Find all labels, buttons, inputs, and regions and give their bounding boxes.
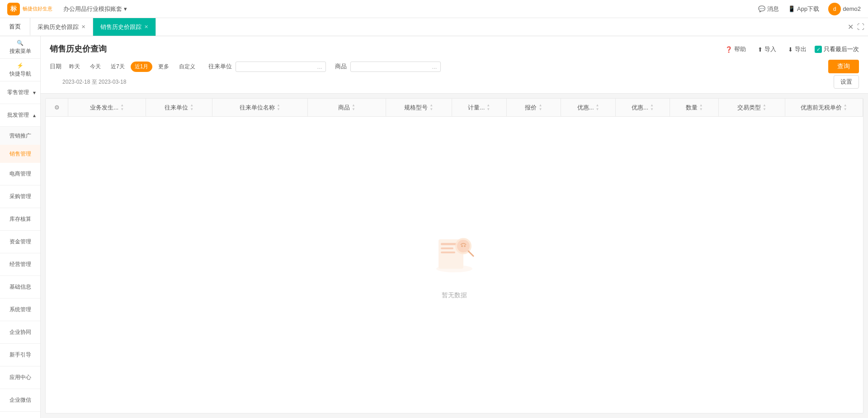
sidebar-item-marketing[interactable]: 营销推广 xyxy=(0,127,40,145)
date-btn-more[interactable]: 更多 xyxy=(154,62,173,72)
th-quantity[interactable]: 数量 ▲ ▼ xyxy=(670,99,719,116)
app-download-button[interactable]: 📱 App下载 xyxy=(788,5,819,13)
sidebar-label-basic-info: 基础信息 xyxy=(9,283,31,291)
svg-point-8 xyxy=(464,245,466,247)
company-selector[interactable]: 办公用品行业模拟账套 ▾ xyxy=(63,5,127,13)
sidebar-item-retail-mgmt[interactable]: 零售管理 ▾ xyxy=(0,81,40,104)
user-profile[interactable]: d demo2 xyxy=(828,3,861,15)
tab-purchase-history[interactable]: 采购历史价跟踪 ✕ xyxy=(30,18,93,36)
sidebar-item-wholesale-mgmt[interactable]: 批发管理 ▴ xyxy=(0,104,40,127)
query-button[interactable]: 查询 xyxy=(828,60,859,73)
export-button[interactable]: ⬇ 导出 xyxy=(784,43,810,55)
th-spec[interactable]: 规格型号 ▲ ▼ xyxy=(386,99,453,116)
th-biz-date[interactable]: 业务发生... ▲ ▼ xyxy=(68,99,146,116)
date-btn-today[interactable]: 今天 xyxy=(86,62,105,72)
import-button[interactable]: ⬆ 导入 xyxy=(754,43,780,55)
sort-up-icon-8: ▲ xyxy=(596,104,599,107)
sales-history-tab-label: 销售历史价跟踪 xyxy=(100,23,142,31)
gear-icon: ⚙ xyxy=(54,104,60,111)
message-button[interactable]: 💬 消息 xyxy=(758,5,779,13)
sidebar-item-enterprise-wechat[interactable]: 企业微信 xyxy=(0,389,40,412)
sort-up-icon-12: ▲ xyxy=(844,104,847,107)
sidebar-item-inventory[interactable]: 库存核算 xyxy=(0,208,40,231)
tab-sales-history[interactable]: 销售历史价跟踪 ✕ xyxy=(93,18,156,36)
unit-sort: ▲ ▼ xyxy=(190,104,193,111)
close-purchase-history-tab-icon[interactable]: ✕ xyxy=(81,24,85,30)
empty-illustration xyxy=(427,230,481,284)
sidebar-label-finance-mgmt: 资金管理 xyxy=(9,238,31,246)
price-sort: ▲ ▼ xyxy=(538,104,542,111)
sidebar-item-purchase-mgmt[interactable]: 采购管理 xyxy=(0,185,40,208)
top-bar-right: 💬 消息 📱 App下载 d demo2 xyxy=(758,3,861,15)
sidebar-item-app-center[interactable]: 应用中心 xyxy=(0,366,40,389)
sidebar-item-search-menu[interactable]: 🔍 搜索菜单 xyxy=(0,36,40,59)
date-btn-1month[interactable]: 近1月 xyxy=(131,62,153,72)
spec-sort: ▲ ▼ xyxy=(429,104,433,111)
logo-area: 标 畅捷信好生意 xyxy=(7,3,52,15)
sidebar-item-basic-info[interactable]: 基础信息 xyxy=(0,276,40,299)
date-btn-yesterday[interactable]: 昨天 xyxy=(65,62,84,72)
date-filter-group: 日期 昨天 今天 近7天 近1月 更多 自定义 xyxy=(50,62,199,72)
sort-up-icon-5: ▲ xyxy=(429,104,433,107)
export-icon: ⬇ xyxy=(788,46,793,53)
sidebar-item-system-mgmt[interactable]: 系统管理 xyxy=(0,299,40,321)
unit-filter-group: 往来单位 ... xyxy=(208,62,326,72)
sidebar-label-quick-nav: 快捷导航 xyxy=(9,70,31,78)
help-button[interactable]: ❓ 帮助 xyxy=(722,43,750,55)
th-unit-code[interactable]: 往来单位 ▲ ▼ xyxy=(146,99,212,116)
th-discount1[interactable]: 优惠... ▲ ▼ xyxy=(561,99,616,116)
sidebar-item-enterprise-collab[interactable]: 企业协同 xyxy=(0,321,40,344)
th-notax-price[interactable]: 优惠前无税单价 ▲ ▼ xyxy=(785,99,863,116)
th-discount2[interactable]: 优惠... ▲ ▼ xyxy=(616,99,670,116)
th-trade-type[interactable]: 交易类型 ▲ ▼ xyxy=(719,99,785,116)
th-product[interactable]: 商品 ▲ ▼ xyxy=(308,99,386,116)
sort-down-icon-2: ▼ xyxy=(190,108,193,111)
tab-home[interactable]: 首页 xyxy=(0,18,30,36)
th-discount2-label: 优惠... xyxy=(632,104,648,112)
biz-date-sort: ▲ ▼ xyxy=(120,104,124,111)
page-actions-top: ❓ 帮助 ⬆ 导入 ⬇ 导出 ✓ 只看最后一次 xyxy=(722,43,859,55)
calc-sort: ▲ ▼ xyxy=(486,104,490,111)
sort-down-icon-11: ▼ xyxy=(763,108,766,111)
product-input-dots: ... xyxy=(432,63,437,70)
main-layout: 🔍 搜索菜单 ⚡ 快捷导航 零售管理 ▾ 批发管理 ▴ 营销推广 销售管理 电商… xyxy=(0,36,868,418)
product-sort: ▲ ▼ xyxy=(352,104,355,111)
svg-rect-4 xyxy=(441,252,455,253)
th-spec-label: 规格型号 xyxy=(404,104,428,112)
product-input[interactable]: ... xyxy=(350,62,441,72)
close-tab-button[interactable]: ✕ xyxy=(848,23,854,31)
th-quote-price[interactable]: 报价 ▲ ▼ xyxy=(507,99,561,116)
sidebar-label-enterprise-collab: 企业协同 xyxy=(9,328,31,336)
filter-row-1: 日期 昨天 今天 近7天 近1月 更多 自定义 往来单位 ... xyxy=(50,60,859,73)
sidebar-item-operations-mgmt[interactable]: 经营管理 xyxy=(0,253,40,276)
settings-button[interactable]: 设置 xyxy=(834,75,859,89)
sort-down-icon-12: ▼ xyxy=(844,108,847,111)
th-trade-type-label: 交易类型 xyxy=(737,104,761,112)
close-sales-history-tab-icon[interactable]: ✕ xyxy=(144,24,148,30)
notax-sort: ▲ ▼ xyxy=(844,104,847,111)
sidebar-item-sales-mgmt[interactable]: 销售管理 xyxy=(0,145,40,163)
maximize-tab-button[interactable]: ⛶ xyxy=(857,23,864,31)
empty-text: 暂无数据 xyxy=(442,291,467,299)
date-btn-custom[interactable]: 自定义 xyxy=(175,62,199,72)
only-last-label: 只看最后一次 xyxy=(824,45,859,53)
sidebar-item-finance-mgmt[interactable]: 资金管理 xyxy=(0,231,40,253)
table-settings-icon[interactable]: ⚙ xyxy=(46,99,68,116)
table-header-row: ⚙ 业务发生... ▲ ▼ 往来单位 ▲ ▼ 往 xyxy=(46,99,863,117)
th-unit-name[interactable]: 往来单位名称 ▲ ▼ xyxy=(212,99,308,116)
sidebar-label-ecom-mgmt: 电商管理 xyxy=(9,170,31,178)
sort-up-icon-2: ▲ xyxy=(190,104,193,107)
sort-down-icon-4: ▼ xyxy=(352,108,355,111)
svg-rect-3 xyxy=(441,247,453,249)
th-unit-name-label: 往来单位名称 xyxy=(240,104,275,112)
only-last-checkbox[interactable]: ✓ 只看最后一次 xyxy=(815,43,859,55)
sidebar-item-new-guide[interactable]: 新手引导 xyxy=(0,344,40,366)
th-calc-unit[interactable]: 计量... ▲ ▼ xyxy=(452,99,507,116)
unit-input[interactable]: ... xyxy=(236,62,326,72)
sidebar-item-member[interactable]: 畅会员 xyxy=(0,412,40,418)
sidebar-item-quick-nav[interactable]: ⚡ 快捷导航 xyxy=(0,59,40,81)
sidebar-item-ecom-mgmt[interactable]: 电商管理 xyxy=(0,163,40,185)
sort-up-icon: ▲ xyxy=(120,104,124,107)
date-btn-7days[interactable]: 近7天 xyxy=(107,62,129,72)
sidebar-label-sales-mgmt: 销售管理 xyxy=(9,150,31,158)
